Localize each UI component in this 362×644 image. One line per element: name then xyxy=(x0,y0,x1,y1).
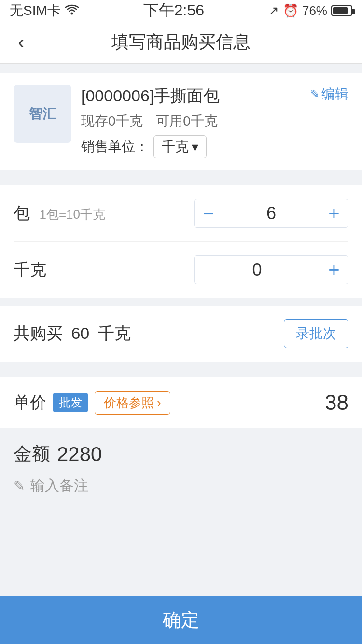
wifi-icon xyxy=(65,3,79,18)
amount-label: 金额 xyxy=(14,442,50,466)
available-label: 可用0千克 xyxy=(156,113,218,128)
amount-value: 2280 xyxy=(57,443,102,466)
back-button[interactable]: ‹ xyxy=(0,21,42,64)
page-title: 填写商品购买信息 xyxy=(111,30,251,54)
product-unit-row: 销售单位： 千克 ▾ xyxy=(81,135,348,158)
price-row: 单价 批发 价格参照 › 38 xyxy=(14,391,348,415)
unit-select[interactable]: 千克 ▾ xyxy=(153,135,207,158)
amount-row: 金额 2280 xyxy=(14,442,348,466)
total-prefix: 共购买 xyxy=(14,324,63,342)
divider-2 xyxy=(0,362,362,369)
price-tag: 批发 xyxy=(53,393,88,412)
edit-label: 编辑 xyxy=(321,85,348,103)
product-name: [0000006]手撕面包 xyxy=(81,85,220,107)
qty-unit-bao: 包 xyxy=(14,204,30,222)
remark-icon: ✎ xyxy=(14,478,25,494)
total-text: 共购买 60 千克 xyxy=(14,322,131,345)
product-info: [0000006]手撕面包 ✎ 编辑 现存0千克 可用0千克 销售单位： 千克 … xyxy=(81,85,348,158)
price-ref-button[interactable]: 价格参照 › xyxy=(95,391,170,415)
status-right: ↗ ⏰ 76% xyxy=(268,3,352,18)
total-unit: 千克 xyxy=(98,324,131,342)
qty-label-bao: 包 1包=10千克 xyxy=(14,202,105,224)
stock-label: 现存0千克 xyxy=(81,113,143,128)
remark-row[interactable]: ✎ 输入备注 xyxy=(14,476,348,496)
svg-point-0 xyxy=(70,13,73,15)
quantity-section: 包 1包=10千克 − + 千克 + xyxy=(0,185,362,298)
qty-row-bao: 包 1包=10千克 − + xyxy=(14,185,348,242)
product-thumbnail: 智汇 xyxy=(14,85,71,143)
battery-icon xyxy=(331,5,352,16)
qty-control-kg: + xyxy=(194,255,348,284)
product-stock: 现存0千克 可用0千克 xyxy=(81,112,348,130)
qty-increment-bao[interactable]: + xyxy=(320,199,348,228)
carrier-label: 无SIM卡 xyxy=(10,1,61,20)
total-section: 共购买 60 千克 录批次 xyxy=(0,306,362,362)
edit-button[interactable]: ✎ 编辑 xyxy=(310,85,348,103)
qty-row-kg: 千克 + xyxy=(14,242,348,298)
price-left: 单价 批发 价格参照 › xyxy=(14,391,170,415)
price-section: 单价 批发 价格参照 › 38 xyxy=(0,377,362,428)
alarm-icon: ⏰ xyxy=(283,3,298,18)
nav-bar: ‹ 填写商品购买信息 xyxy=(0,21,362,64)
status-bar: 无SIM卡 下午2:56 ↗ ⏰ 76% xyxy=(0,0,362,21)
edit-icon: ✎ xyxy=(310,87,320,101)
dropdown-icon: ▾ xyxy=(192,139,198,155)
status-time: 下午2:56 xyxy=(143,0,204,21)
qty-increment-kg[interactable]: + xyxy=(320,255,348,284)
batch-button[interactable]: 录批次 xyxy=(284,319,348,348)
amount-section: 金额 2280 ✎ 输入备注 xyxy=(0,428,362,504)
confirm-button[interactable]: 确定 xyxy=(0,596,362,644)
status-left: 无SIM卡 xyxy=(10,1,79,20)
qty-sublabel-bao: 1包=10千克 xyxy=(39,207,105,222)
price-label: 单价 xyxy=(14,392,46,414)
price-value: 38 xyxy=(325,391,348,415)
unit-value: 千克 xyxy=(162,138,189,156)
price-ref-label: 价格参照 xyxy=(104,394,154,411)
product-card: 智汇 [0000006]手撕面包 ✎ 编辑 现存0千克 可用0千克 销售单位： … xyxy=(0,73,362,170)
qty-input-kg[interactable] xyxy=(194,255,320,284)
qty-decrement-bao[interactable]: − xyxy=(194,199,223,228)
product-logo: 智汇 xyxy=(29,105,56,123)
remark-label: 输入备注 xyxy=(30,476,88,496)
total-amount: 60 xyxy=(71,324,89,342)
qty-control-bao: − + xyxy=(194,199,348,228)
unit-label: 销售单位： xyxy=(81,138,149,156)
qty-input-bao[interactable] xyxy=(223,199,320,228)
battery-percent: 76% xyxy=(302,3,327,18)
location-icon: ↗ xyxy=(268,3,279,18)
divider-1 xyxy=(0,170,362,178)
qty-label-kg: 千克 xyxy=(14,259,46,281)
price-ref-arrow: › xyxy=(157,395,161,410)
back-icon: ‹ xyxy=(18,31,24,53)
